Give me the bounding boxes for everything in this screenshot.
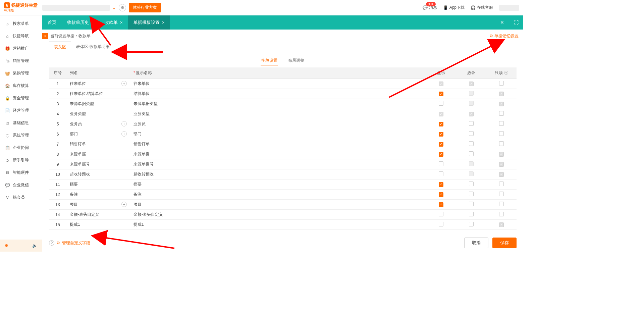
checkbox[interactable] xyxy=(439,161,443,166)
cell-disp[interactable]: 业务类型 xyxy=(130,109,426,119)
add-icon[interactable]: + xyxy=(121,81,127,86)
cell-disp[interactable]: 业务员 xyxy=(130,119,426,129)
footer-sound-icon[interactable]: 🔈 xyxy=(32,243,37,248)
area-tab[interactable]: 表头区 xyxy=(49,41,71,53)
checkbox[interactable] xyxy=(499,192,504,196)
leftnav-item[interactable]: 🖥智能硬件 xyxy=(0,166,42,179)
leftnav-item[interactable]: 💬企业微信 xyxy=(0,179,42,191)
checkbox[interactable] xyxy=(469,192,474,196)
checkbox[interactable] xyxy=(439,182,443,187)
manage-custom-fields-link[interactable]: 管理自定义字段 xyxy=(62,240,90,246)
checkbox[interactable] xyxy=(469,141,474,146)
checkbox[interactable] xyxy=(439,101,443,106)
leftnav-item[interactable]: ⌕搜索菜单 xyxy=(0,17,42,30)
add-icon[interactable]: + xyxy=(121,202,127,207)
checkbox[interactable] xyxy=(439,212,443,216)
leftnav-item[interactable]: 🗂基础信息 xyxy=(0,117,42,129)
checkbox[interactable] xyxy=(439,142,443,147)
checkbox[interactable] xyxy=(469,182,474,186)
cell-disp[interactable]: 结算单位 xyxy=(130,89,426,99)
checkbox[interactable] xyxy=(499,182,504,186)
checkbox[interactable] xyxy=(439,152,443,157)
footer-gear-icon[interactable]: ⚙ xyxy=(5,243,8,248)
leftnav-item[interactable]: 📋企业协同 xyxy=(0,142,42,154)
checkbox[interactable] xyxy=(499,212,504,216)
leftnav-item[interactable]: Ⅴ畅会员 xyxy=(0,191,42,204)
sub-tab[interactable]: 字段设置 xyxy=(261,56,278,65)
tab-close-icon[interactable]: ✕ xyxy=(162,20,165,25)
page-tab[interactable]: 收款单历史✕ xyxy=(62,15,99,30)
leftnav-item[interactable]: 🧺采购管理 xyxy=(0,67,42,80)
checkbox[interactable] xyxy=(469,202,474,206)
leftnav-item[interactable]: 📄经营管理 xyxy=(0,104,42,117)
help-icon[interactable]: ? xyxy=(49,240,54,246)
readonly-help-icon[interactable]: ? xyxy=(504,71,508,75)
add-icon[interactable]: + xyxy=(121,131,127,137)
leftnav-item[interactable]: 🎁营销推广 xyxy=(0,42,42,55)
side-toggle-icon[interactable]: » xyxy=(42,33,48,39)
user-avatar[interactable] xyxy=(499,5,519,11)
app-download-link[interactable]: 📱 App下载 xyxy=(443,5,465,10)
leftnav-item[interactable]: ⌂快捷导航 xyxy=(0,30,42,42)
checkbox[interactable] xyxy=(439,171,443,176)
cell-disp[interactable]: 提成1 xyxy=(130,220,426,230)
page-tab[interactable]: 首页 xyxy=(42,15,62,30)
cell-disp[interactable]: 销售订单 xyxy=(130,139,426,149)
cell-disp[interactable]: 往来单位 xyxy=(130,79,426,89)
leftnav-item[interactable]: ➲新手引导 xyxy=(0,154,42,166)
checkbox[interactable] xyxy=(499,81,504,86)
checkbox[interactable] xyxy=(469,151,474,156)
cell-disp[interactable]: 来源单据类型 xyxy=(130,99,426,109)
leftnav-icon: ⌕ xyxy=(5,21,10,26)
checkbox[interactable] xyxy=(439,132,443,137)
checkbox[interactable] xyxy=(439,192,443,197)
cell-disp[interactable]: 来源单据 xyxy=(130,149,426,159)
cell-disp[interactable]: 摘要 xyxy=(130,179,426,190)
cell-disp[interactable]: 金额-表头自定义 xyxy=(130,210,426,220)
tab-close-icon[interactable]: ✕ xyxy=(91,20,94,25)
checkbox[interactable] xyxy=(439,222,443,226)
leftnav-label: 畅会员 xyxy=(13,195,25,200)
page-tab[interactable]: 收款单✕ xyxy=(99,15,128,30)
tenant-name-placeholder xyxy=(42,5,110,11)
cell-disp[interactable]: 备注 xyxy=(130,190,426,200)
customer-service-link[interactable]: 🎧 在线客服 xyxy=(471,5,493,10)
checkbox[interactable] xyxy=(439,202,443,207)
cell-disp[interactable]: 项目 xyxy=(130,200,426,210)
page-tab[interactable]: 单据模板设置✕ xyxy=(128,15,170,30)
leftnav-item[interactable]: 🔒资金管理 xyxy=(0,92,42,104)
memory-settings-link[interactable]: ⚙ 单据记忆设置 xyxy=(489,33,519,39)
leftnav-label: 资金管理 xyxy=(13,95,29,101)
fullscreen-icon[interactable]: ⛶ xyxy=(509,15,523,30)
tenant-switcher[interactable]: ⌄ xyxy=(42,5,116,11)
memory-settings-label: 单据记忆设置 xyxy=(494,33,519,39)
trial-button[interactable]: 体验行业方案 xyxy=(129,3,161,12)
left-nav-footer: ⚙ 🔈 xyxy=(0,240,42,252)
add-icon[interactable]: + xyxy=(121,121,127,126)
messages-link[interactable]: 💬 消息 99+ xyxy=(423,5,437,10)
checkbox[interactable] xyxy=(499,111,504,116)
cell-disp[interactable]: 部门 xyxy=(130,129,426,139)
settings-gear-icon[interactable]: ⚙ xyxy=(119,4,126,11)
tab-close-icon[interactable]: ✕ xyxy=(120,20,123,25)
checkbox[interactable] xyxy=(499,202,504,206)
checkbox[interactable] xyxy=(469,121,474,126)
close-all-tabs-icon[interactable]: ✕ xyxy=(495,15,509,30)
checkbox[interactable] xyxy=(439,122,443,126)
checkbox[interactable] xyxy=(469,212,474,216)
leftnav-item[interactable]: 🏠库存核算 xyxy=(0,80,42,92)
checkbox[interactable] xyxy=(499,131,504,136)
cell-disp[interactable]: 来源单据号 xyxy=(130,159,426,169)
checkbox[interactable] xyxy=(439,92,443,96)
checkbox[interactable] xyxy=(499,121,504,126)
checkbox[interactable] xyxy=(469,131,474,136)
cell-disp[interactable]: 超收转预收 xyxy=(130,169,426,179)
leftnav-item[interactable]: 🛍销售管理 xyxy=(0,55,42,67)
leftnav-item[interactable]: ◌系统管理 xyxy=(0,129,42,142)
save-button[interactable]: 保存 xyxy=(492,238,517,248)
cancel-button[interactable]: 取消 xyxy=(464,238,488,248)
sub-tab[interactable]: 布局调整 xyxy=(287,56,305,65)
area-tab[interactable]: 表体区-收款单明细 xyxy=(71,41,115,53)
checkbox[interactable] xyxy=(499,141,504,146)
checkbox[interactable] xyxy=(469,222,474,226)
